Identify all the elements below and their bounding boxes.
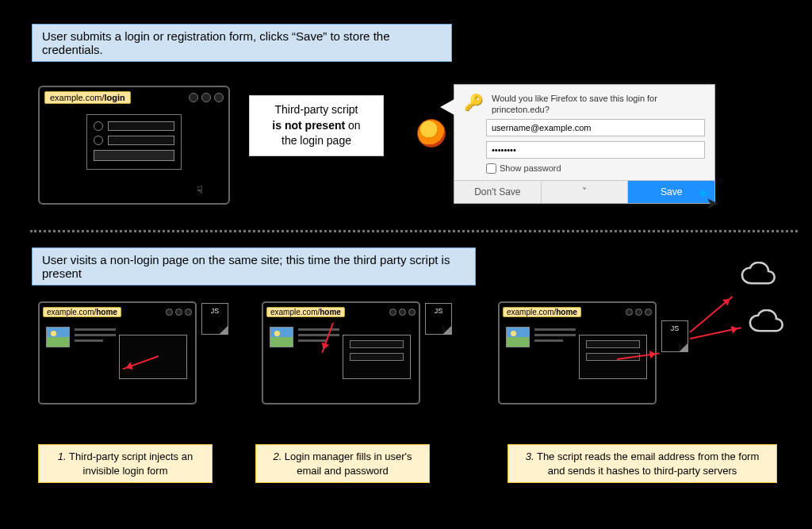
login-form-panel [86, 114, 182, 170]
window-controls [189, 93, 224, 102]
arrow-send-cloud1 [689, 296, 733, 333]
firefox-logo-icon [417, 119, 446, 148]
dont-save-button[interactable]: Don't Save [454, 181, 542, 203]
browser-titlebar: example.com/login [40, 87, 228, 108]
note-line2-rest: on [345, 119, 360, 132]
username-field[interactable] [108, 121, 174, 131]
show-password-box[interactable] [486, 163, 496, 174]
browser-login-window: example.com/login ☟ [38, 86, 230, 205]
banner-step2: User visits a non-login page on the same… [32, 247, 476, 286]
caption3-text: The script reads the email address from … [534, 450, 760, 477]
caption2-text: Login manager fills in user's email and … [282, 450, 412, 477]
note-line1: Third-party script [274, 103, 358, 116]
arrow-send-cloud2 [690, 327, 741, 339]
browser-home-3: example.com/home [498, 301, 657, 404]
cloud-server-icon-1 [737, 262, 782, 289]
save-button-label: Save [661, 186, 682, 197]
caption-3: 3. The script reads the email address fr… [508, 444, 777, 483]
caption3-num: 3. [526, 450, 534, 462]
note-line3: the login page [282, 134, 351, 147]
user-icon [94, 121, 103, 131]
url-path: login [104, 93, 124, 102]
note-line2-bold: is not present [272, 119, 345, 132]
browser-home-1: example.com/home [38, 301, 197, 404]
image-thumb-icon-3 [506, 327, 530, 347]
image-thumb-icon [46, 327, 70, 347]
note-no-third-party: Third-party script is not present on the… [249, 95, 384, 156]
dont-save-dropdown[interactable]: ˅ [542, 181, 629, 203]
caption-2: 2. Login manager fills in user's email a… [255, 444, 430, 483]
image-thumb-icon-2 [270, 327, 293, 347]
section-divider [30, 230, 798, 232]
show-password-checkbox[interactable]: Show password [486, 163, 705, 174]
lock-icon [94, 136, 103, 145]
key-icon: 🔑 [464, 93, 484, 116]
url-chip-3: example.com/home [503, 307, 581, 317]
js-file-icon-1: JS [201, 303, 228, 335]
password-field[interactable] [108, 136, 174, 145]
cursor-hand-icon: ☟ [197, 184, 211, 198]
caption1-text: Third-party script injects an invisible … [67, 450, 193, 477]
firefox-save-dialog: 🔑 Would you like Firefox to save this lo… [454, 84, 715, 204]
cursor-arrow-icon: ➤ [706, 194, 719, 213]
filled-form-2 [343, 335, 411, 379]
firefox-prompt-text: Would you like Firefox to save this logi… [492, 93, 705, 116]
banner-step1: User submits a login or registration for… [32, 24, 452, 62]
caption1-num: 1. [58, 450, 67, 462]
url-chip: example.com/login [44, 91, 131, 104]
caption-1: 1. Third-party script injects an invisib… [38, 444, 213, 483]
cloud-server-icon-2 [745, 309, 790, 336]
firefox-username-input[interactable] [486, 119, 705, 136]
login-submit-button[interactable] [94, 150, 174, 161]
show-password-label: Show password [500, 163, 561, 173]
firefox-password-input[interactable] [486, 141, 705, 159]
js-file-icon-2: JS [425, 303, 452, 335]
js-label-2: JS [435, 307, 443, 315]
browser-home-2: example.com/home [262, 301, 420, 404]
js-label-1: JS [211, 307, 220, 315]
url-domain: example.com/ [50, 93, 104, 102]
js-label-3: JS [671, 324, 680, 332]
js-file-icon-3: JS [661, 320, 688, 352]
url-chip-1: example.com/home [43, 307, 121, 317]
caption2-num: 2. [273, 450, 282, 462]
url-chip-2: example.com/home [266, 307, 345, 317]
